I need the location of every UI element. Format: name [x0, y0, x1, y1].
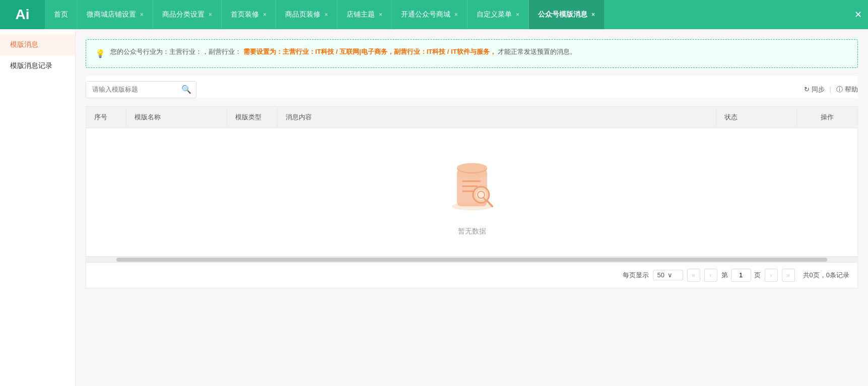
app-logo: Ai — [0, 0, 45, 29]
main-layout: 模版消息模版消息记录 💡 您的公众号行业为：主营行业：，副营行业： 需要设置为：… — [0, 29, 868, 386]
tab-template-msg[interactable]: 公众号模版消息× — [529, 0, 605, 29]
search-bar: 🔍 ↻ 同步 | ⓘ 帮助 — [86, 76, 858, 98]
notice-icon: 💡 — [95, 47, 105, 60]
search-input-wrap: 🔍 — [86, 81, 196, 98]
notice-highlight: 需要设置为：主营行业：IT科技 / 互联网|电子商务，副营行业：IT科技 / I… — [243, 48, 496, 55]
page-unit: 页 — [754, 271, 761, 280]
col-header-type: 模版类型 — [227, 107, 278, 128]
col-header-name: 模版名称 — [126, 107, 227, 128]
page-label: 第 — [721, 271, 728, 280]
sidebar-item-template-msg[interactable]: 模版消息 — [0, 34, 75, 55]
sync-label: 同步 — [812, 85, 825, 94]
tab-close-store-theme[interactable]: × — [379, 11, 382, 18]
tab-store-theme[interactable]: 店铺主题× — [338, 0, 392, 29]
tab-close-template-msg[interactable]: × — [591, 11, 595, 18]
notice-text-1: 您的公众号行业为：主营行业：，副营行业： — [110, 48, 241, 55]
empty-text: 暂无数据 — [458, 227, 486, 236]
content-area: 💡 您的公众号行业为：主营行业：，副营行业： 需要设置为：主营行业：IT科技 /… — [76, 29, 868, 386]
page-input-wrap: 第 页 — [721, 269, 761, 282]
empty-illustration — [442, 159, 502, 219]
next-page-button[interactable]: › — [765, 269, 778, 282]
page-number-input[interactable] — [731, 269, 751, 282]
search-right: ↻ 同步 | ⓘ 帮助 — [804, 85, 858, 94]
col-header-seq: 序号 — [86, 107, 126, 128]
page-size-label: 每页显示 — [623, 271, 649, 280]
page-total: 共0页，0条记录 — [803, 271, 849, 280]
sidebar: 模版消息模版消息记录 — [0, 29, 76, 386]
table-wrap: 序号 模版名称 模版类型 消息内容 状态 操作 — [86, 106, 858, 288]
svg-point-3 — [457, 163, 487, 172]
close-all-button[interactable]: ✕ — [848, 0, 868, 29]
tab-close-home-decor[interactable]: × — [263, 11, 266, 18]
tab-open-mall[interactable]: 开通公众号商城× — [392, 0, 468, 29]
tab-home[interactable]: 首页 — [45, 0, 78, 29]
first-page-button[interactable]: « — [687, 269, 700, 282]
notice-text-2: 才能正常发送预置的消息。 — [498, 48, 576, 55]
sync-icon: ↻ — [804, 86, 810, 93]
tab-close-custom-menu[interactable]: × — [516, 11, 519, 18]
search-input[interactable] — [86, 81, 196, 98]
table-header: 序号 模版名称 模版类型 消息内容 状态 操作 — [86, 107, 857, 128]
tab-close-category-settings[interactable]: × — [209, 11, 212, 18]
sync-button[interactable]: ↻ 同步 — [804, 85, 825, 94]
nav-tabs: 首页微商城店铺设置×商品分类设置×首页装修×商品页装修×店铺主题×开通公众号商城… — [45, 0, 848, 29]
help-label: 帮助 — [845, 85, 858, 94]
help-button[interactable]: ⓘ 帮助 — [836, 85, 858, 94]
col-header-action: 操作 — [797, 107, 857, 128]
notice-box: 💡 您的公众号行业为：主营行业：，副营行业： 需要设置为：主营行业：IT科技 /… — [86, 39, 858, 68]
help-icon: ⓘ — [836, 85, 843, 94]
notice-text: 您的公众号行业为：主营行业：，副营行业： 需要设置为：主营行业：IT科技 / 互… — [110, 47, 576, 57]
tab-close-open-mall[interactable]: × — [454, 11, 458, 18]
tab-close-store-settings[interactable]: × — [140, 11, 144, 18]
pagination: 每页显示 50 ∨ « ‹ 第 页 › » 共0页，0条记录 — [86, 262, 857, 288]
tab-custom-menu[interactable]: 自定义菜单× — [468, 0, 529, 29]
page-size-select[interactable]: 50 ∨ — [653, 270, 683, 280]
prev-page-button[interactable]: ‹ — [704, 269, 717, 282]
tab-store-settings[interactable]: 微商城店铺设置× — [78, 0, 153, 29]
tab-category-settings[interactable]: 商品分类设置× — [153, 0, 222, 29]
scrollbar-thumb[interactable] — [116, 258, 827, 262]
page-size-chevron: ∨ — [667, 271, 673, 279]
scrollbar-track[interactable] — [86, 256, 857, 262]
search-button[interactable]: 🔍 — [181, 85, 191, 94]
col-header-status: 状态 — [716, 107, 797, 128]
col-header-content: 消息内容 — [278, 107, 716, 128]
empty-state: 暂无数据 — [86, 128, 857, 256]
top-nav: Ai 首页微商城店铺设置×商品分类设置×首页装修×商品页装修×店铺主题×开通公众… — [0, 0, 868, 29]
sidebar-item-template-history[interactable]: 模版消息记录 — [0, 55, 75, 76]
tab-product-decor[interactable]: 商品页装修× — [276, 0, 338, 29]
divider: | — [830, 86, 831, 93]
tab-close-product-decor[interactable]: × — [324, 11, 328, 18]
tab-home-decor[interactable]: 首页装修× — [222, 0, 276, 29]
page-size-value: 50 — [657, 271, 664, 279]
last-page-button[interactable]: » — [782, 269, 795, 282]
search-left: 🔍 — [86, 81, 196, 98]
